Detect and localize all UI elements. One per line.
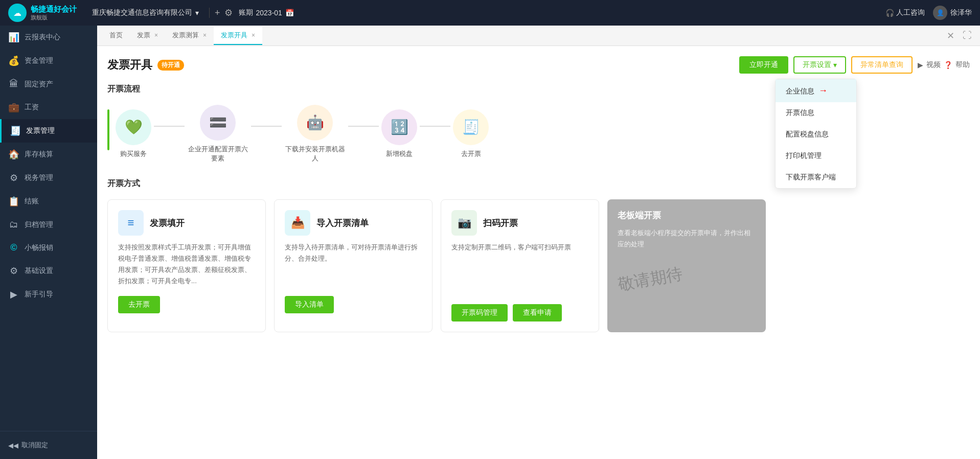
sidebar-item-settlement[interactable]: 📋 结账	[0, 190, 97, 213]
status-badge: 待开通	[157, 60, 184, 71]
tab-close-invoice[interactable]: ×	[154, 32, 158, 39]
download-client-label: 下载开票客户端	[786, 173, 836, 181]
calendar-icon[interactable]: 📅	[285, 9, 294, 17]
logo-text-area: 畅捷通好会计 旗舰版	[31, 5, 77, 21]
scan-invoice-title: 扫码开票	[483, 217, 518, 229]
invoice-code-mgmt-btn[interactable]: 开票码管理	[451, 304, 508, 322]
main-area: 📊 云报表中心 💰 资金管理 🏛 固定资产 💼 工资 🧾 发票管理 🏠	[0, 26, 980, 459]
sidebar-label-invoice: 发票管理	[26, 126, 55, 135]
sidebar-label-archive: 归档管理	[25, 220, 53, 230]
cloud-report-icon: 📊	[8, 32, 19, 43]
method-cards: ≡ 发票填开 支持按照发票样式手工填开发票；可开具增值税电子普通发票、增值税普通…	[107, 199, 970, 332]
settings-button[interactable]: 开票设置 ▾	[793, 56, 846, 74]
activate-button[interactable]: 立即开通	[739, 56, 788, 74]
dropdown-item-printer[interactable]: 打印机管理	[776, 145, 856, 167]
cancel-pin-label: 取消固定	[21, 441, 48, 450]
settings-icon[interactable]: ⚙	[224, 7, 233, 18]
connector-4	[420, 126, 450, 127]
expand-button[interactable]: ⛶	[960, 29, 975, 42]
video-label: 视频	[926, 60, 941, 70]
settings-label: 开票设置	[803, 60, 831, 70]
tab-bar: 首页 发票 × 发票测算 × 发票开具 × ✕ ⛶	[97, 26, 980, 46]
tab-invoice[interactable]: 发票 ×	[130, 27, 165, 45]
consultation-label: 人工咨询	[896, 8, 925, 17]
flow-step-border: 💚 购买服务	[107, 109, 151, 158]
sidebar-item-invoice-mgmt[interactable]: 🧾 发票管理	[0, 119, 97, 143]
sidebar-label-inventory: 库存核算	[25, 150, 53, 159]
step2-label: 企业开通配置开票六要素	[187, 145, 248, 163]
card-import-header: 📥 导入开票清单	[285, 210, 422, 236]
company-selector[interactable]: 重庆畅捷交通信息咨询有限公司 ▾	[87, 6, 204, 19]
question-icon: ❓	[944, 61, 952, 69]
video-help-area: ▶ 视频 ❓ 帮助	[918, 60, 970, 70]
tax-config-label: 配置税盘信息	[786, 130, 829, 138]
consultation-button[interactable]: 🎧 人工咨询	[885, 8, 925, 17]
sidebar-item-salary[interactable]: 💼 工资	[0, 96, 97, 119]
step1-icon: 💚	[116, 109, 151, 145]
pin-icon: ◀◀	[8, 442, 18, 449]
fill-invoice-desc: 支持按照发票样式手工填开发票；可开具增值税电子普通发票、增值税普通发票、增值税专…	[118, 242, 255, 288]
sidebar-item-archive[interactable]: 🗂 归档管理	[0, 213, 97, 236]
card-fill-header: ≡ 发票填开	[118, 210, 255, 236]
tab-invoice-calc[interactable]: 发票测算 ×	[165, 27, 214, 45]
avatar: 👤	[933, 6, 947, 20]
close-tab-button[interactable]: ✕	[944, 29, 958, 42]
dropdown-item-download-client[interactable]: 下载开票客户端	[776, 167, 856, 188]
app-name: 畅捷通好会计	[31, 5, 77, 14]
sidebar-label-fund: 资金管理	[25, 56, 53, 65]
view-application-btn[interactable]: 查看申请	[513, 304, 562, 322]
step1-label: 购买服务	[120, 149, 147, 158]
tax-icon: ⚙	[8, 172, 19, 183]
tab-label-invoice: 发票	[137, 31, 150, 40]
play-icon[interactable]: ▶	[918, 61, 923, 69]
company-info-label: 企业信息	[786, 87, 814, 95]
sidebar-item-basic-settings[interactable]: ⚙ 基础设置	[0, 259, 97, 283]
sidebar: 📊 云报表中心 💰 资金管理 🏛 固定资产 💼 工资 🧾 发票管理 🏠	[0, 26, 97, 459]
headset-icon: 🎧	[885, 9, 894, 17]
scan-invoice-desc: 支持定制开票二维码，客户端可扫码开票	[451, 242, 588, 288]
salary-icon: 💼	[8, 102, 19, 113]
sidebar-item-inventory[interactable]: 🏠 库存核算	[0, 143, 97, 166]
sidebar-label-guide: 新手引导	[25, 290, 53, 299]
sidebar-item-new-guide[interactable]: ▶ 新手引导	[0, 283, 97, 306]
company-name: 重庆畅捷交通信息咨询有限公司	[92, 8, 192, 17]
sidebar-item-xiaochang[interactable]: © 小畅报销	[0, 236, 97, 259]
top-bar: ☁ 畅捷通好会计 旗舰版 重庆畅捷交通信息咨询有限公司 ▾ + ⚙ 账期 202…	[0, 0, 980, 26]
fund-icon: 💰	[8, 55, 19, 66]
import-list-btn[interactable]: 导入清单	[285, 296, 334, 313]
page-title-text: 发票开具	[107, 57, 152, 73]
cancel-pin-button[interactable]: ◀◀ 取消固定	[0, 435, 97, 455]
settings-gear-icon: ⚙	[8, 265, 19, 277]
sidebar-item-fixed-assets[interactable]: 🏛 固定资产	[0, 73, 97, 96]
archive-icon: 🗂	[8, 219, 19, 230]
flow-step-4: 🔢 新增税盘	[381, 109, 417, 158]
settings-dropdown: 企业信息 → 开票信息 配置税盘信息 打印机管理	[775, 79, 857, 189]
sidebar-bottom: ◀◀ 取消固定	[0, 431, 97, 459]
sidebar-item-fund-mgmt[interactable]: 💰 资金管理	[0, 49, 97, 73]
xiaochang-icon: ©	[8, 242, 19, 253]
sidebar-label-xiaochang: 小畅报销	[25, 243, 53, 253]
dropdown-item-invoice-info[interactable]: 开票信息	[776, 102, 856, 124]
add-icon[interactable]: +	[215, 8, 220, 18]
dropdown-chevron-icon: ▾	[833, 61, 837, 69]
step5-label: 去开票	[461, 149, 481, 158]
pending-watermark: 敬请期待	[616, 263, 685, 296]
tab-invoice-issue[interactable]: 发票开具 ×	[214, 27, 262, 45]
tab-close-calc[interactable]: ×	[203, 32, 207, 39]
fill-invoice-title: 发票填开	[150, 217, 185, 229]
page-title-area: 发票开具 待开通	[107, 57, 184, 73]
abnormal-list-button[interactable]: 异常清单查询	[851, 56, 913, 74]
dropdown-item-tax-config[interactable]: 配置税盘信息	[776, 124, 856, 145]
flow-step-2: 🟰 企业开通配置开票六要素	[187, 105, 248, 163]
dropdown-item-company-info[interactable]: 企业信息 →	[776, 79, 856, 102]
period-value: 2023-01	[256, 9, 282, 17]
tab-close-issue[interactable]: ×	[252, 32, 255, 39]
guide-icon: ▶	[8, 289, 19, 300]
sidebar-item-cloud-report[interactable]: 📊 云报表中心	[0, 26, 97, 49]
tab-home[interactable]: 首页	[102, 27, 130, 45]
fixed-assets-icon: 🏛	[8, 79, 19, 89]
fill-invoice-btn[interactable]: 去开票	[118, 296, 160, 313]
divider	[209, 8, 210, 18]
sidebar-label-settings: 基础设置	[25, 266, 53, 276]
sidebar-item-tax-mgmt[interactable]: ⚙ 税务管理	[0, 166, 97, 190]
